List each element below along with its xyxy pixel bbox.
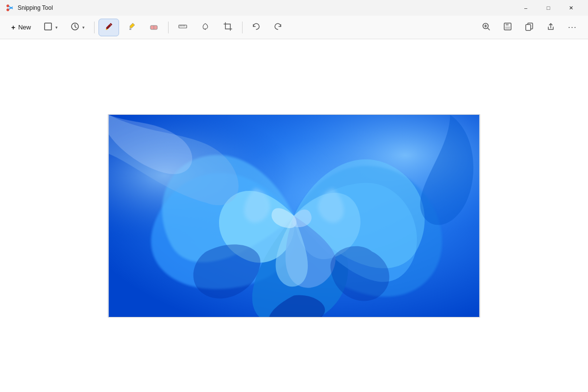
new-button[interactable]: + New	[6, 19, 36, 36]
history-button[interactable]: ▾	[65, 19, 90, 36]
toolbar: + New ▾ ▾	[0, 16, 588, 39]
app-title: Snipping Tool	[18, 4, 53, 11]
separator-2	[168, 22, 169, 33]
window-controls: – □ ✕	[514, 0, 582, 16]
copy-icon	[525, 22, 534, 32]
undo-button[interactable]	[246, 19, 266, 36]
svg-point-0	[7, 5, 9, 7]
highlighter-icon	[126, 22, 136, 33]
more-options-icon: ···	[568, 22, 577, 32]
svg-rect-22	[505, 26, 510, 29]
zoom-in-icon	[482, 22, 490, 32]
main-content	[0, 39, 588, 392]
history-icon	[71, 22, 79, 32]
snip-mode-button[interactable]: ▾	[38, 19, 63, 36]
minimize-icon: –	[524, 5, 527, 11]
new-label: New	[18, 24, 31, 31]
plus-icon: +	[11, 24, 15, 31]
eraser-icon	[149, 22, 159, 33]
maximize-button[interactable]: □	[537, 0, 560, 16]
svg-rect-6	[106, 29, 107, 30]
ruler-button[interactable]	[172, 19, 193, 36]
svg-rect-21	[506, 23, 509, 26]
redo-icon	[273, 22, 282, 32]
copy-button[interactable]	[519, 19, 539, 36]
zoom-in-button[interactable]	[476, 19, 496, 36]
close-icon: ✕	[569, 5, 573, 11]
share-icon	[546, 22, 555, 32]
more-options-button[interactable]: ···	[563, 19, 582, 36]
maximize-icon: □	[547, 5, 550, 11]
svg-rect-10	[179, 25, 187, 28]
pen-button[interactable]	[98, 19, 119, 36]
crop-icon	[223, 22, 233, 33]
undo-icon	[252, 22, 261, 32]
save-icon	[503, 22, 512, 32]
pen-icon	[104, 22, 114, 33]
touch-writing-button[interactable]	[195, 19, 216, 36]
highlighter-button[interactable]	[121, 19, 142, 36]
wallpaper-image	[108, 115, 480, 317]
close-button[interactable]: ✕	[560, 0, 582, 16]
separator-1	[94, 22, 95, 33]
history-arrow: ▾	[82, 25, 85, 30]
minimize-button[interactable]: –	[514, 0, 537, 16]
svg-rect-4	[45, 23, 51, 30]
eraser-button[interactable]	[144, 19, 164, 36]
snip-mode-arrow: ▾	[55, 25, 58, 30]
svg-line-19	[488, 28, 490, 30]
save-button[interactable]	[498, 19, 517, 36]
svg-point-1	[7, 9, 9, 11]
separator-3	[242, 22, 243, 33]
svg-rect-24	[526, 25, 531, 30]
screenshot-container	[108, 114, 480, 317]
ruler-icon	[178, 22, 188, 33]
snip-mode-icon	[44, 22, 52, 32]
app-icon	[6, 4, 14, 12]
title-bar: Snipping Tool – □ ✕	[0, 0, 588, 16]
touch-writing-icon	[200, 22, 210, 33]
svg-rect-7	[129, 28, 131, 30]
redo-button[interactable]	[268, 19, 288, 36]
share-button[interactable]	[541, 19, 561, 36]
title-bar-left: Snipping Tool	[6, 4, 53, 12]
crop-button[interactable]	[218, 19, 238, 36]
